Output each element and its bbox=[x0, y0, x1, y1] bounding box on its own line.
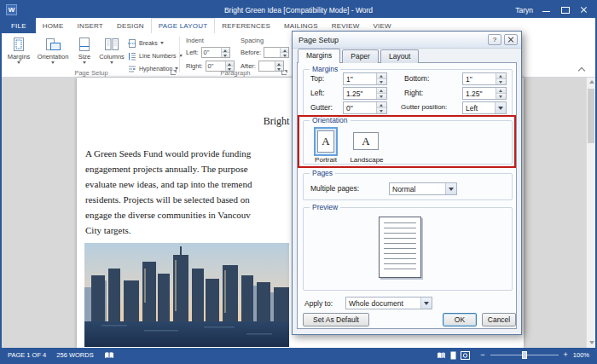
dialog-close-button[interactable] bbox=[504, 34, 518, 45]
maximize-icon[interactable] bbox=[559, 5, 571, 14]
size-icon bbox=[77, 37, 92, 52]
top-margin-value: 1" bbox=[346, 75, 353, 84]
left-margin-value: 1.25" bbox=[346, 90, 363, 98]
view-switcher bbox=[437, 351, 470, 360]
zoom-slider[interactable] bbox=[490, 355, 559, 355]
spinner-icon[interactable] bbox=[496, 88, 506, 99]
spinner-icon[interactable] bbox=[280, 48, 288, 57]
dropdown-arrow-icon[interactable] bbox=[420, 298, 432, 309]
orientation-button[interactable]: Orientation bbox=[34, 35, 72, 72]
pages-group-label: Pages bbox=[310, 169, 335, 177]
tab-insert[interactable]: INSERT bbox=[71, 18, 110, 33]
multiple-pages-dropdown[interactable]: Normal bbox=[389, 182, 457, 195]
indent-left-input[interactable]: 0" bbox=[201, 47, 230, 58]
web-layout-icon[interactable] bbox=[461, 351, 470, 360]
help-icon[interactable]: ? bbox=[488, 34, 501, 45]
spinner-icon[interactable] bbox=[376, 102, 386, 113]
spacing-heading: Spacing bbox=[241, 37, 264, 44]
paragraph-group: Indent Spacing Left: 0" Right: 0" Before… bbox=[181, 33, 290, 78]
portrait-option[interactable]: A bbox=[314, 127, 338, 156]
dialog-tab-paper[interactable]: Paper bbox=[342, 49, 379, 63]
size-button[interactable]: Size bbox=[73, 35, 96, 72]
tab-page-layout[interactable]: PAGE LAYOUT bbox=[151, 18, 215, 33]
zoom-slider-thumb[interactable] bbox=[522, 351, 527, 359]
indent-heading: Indent bbox=[186, 37, 204, 44]
window-title: Bright Green Idea [Compatibility Mode] -… bbox=[2, 6, 595, 14]
scroll-down-icon[interactable] bbox=[587, 338, 595, 348]
landscape-option[interactable]: A bbox=[353, 132, 379, 150]
columns-button[interactable]: Columns bbox=[97, 35, 126, 72]
preview-page-thumbnail bbox=[379, 217, 421, 278]
left-margin-input[interactable]: 1.25" bbox=[343, 87, 387, 100]
minimize-icon[interactable] bbox=[541, 5, 552, 14]
body-line: engagement projects annually. The purpos… bbox=[85, 161, 252, 176]
zoom-in-button[interactable]: + bbox=[564, 351, 568, 359]
collapse-ribbon-icon[interactable] bbox=[578, 66, 585, 72]
right-margin-value: 1.25" bbox=[466, 90, 483, 98]
margins-group: Margins Top: 1" Bottom: 1" Left: 1.25" R… bbox=[303, 69, 513, 116]
top-margin-input[interactable]: 1" bbox=[343, 72, 387, 85]
multiple-pages-value: Normal bbox=[392, 185, 415, 194]
spinner-icon[interactable] bbox=[376, 88, 386, 99]
body-line: City targets. bbox=[85, 222, 252, 238]
line-numbers-button[interactable]: Line Numbers bbox=[128, 50, 183, 61]
dropdown-arrow-icon[interactable] bbox=[445, 183, 456, 194]
scroll-up-icon[interactable] bbox=[587, 78, 595, 87]
breaks-button[interactable]: Breaks bbox=[128, 38, 164, 49]
orientation-label: Orientation bbox=[38, 53, 69, 61]
dialog-launcher-icon[interactable] bbox=[171, 69, 177, 76]
close-icon[interactable] bbox=[578, 5, 589, 14]
columns-label: Columns bbox=[99, 53, 125, 61]
tab-home[interactable]: HOME bbox=[36, 18, 71, 33]
body-line: evaluate new ideas, and tap into the tre… bbox=[85, 176, 252, 192]
right-margin-input[interactable]: 1.25" bbox=[462, 87, 507, 100]
proofing-icon[interactable] bbox=[104, 351, 114, 360]
chevron-down-icon bbox=[83, 61, 86, 64]
chevron-down-icon bbox=[51, 61, 55, 64]
ok-button[interactable]: OK bbox=[443, 313, 477, 326]
margins-icon bbox=[11, 37, 26, 52]
gutter-position-label: Gutter position: bbox=[401, 103, 447, 111]
preview-group: Preview bbox=[303, 207, 513, 291]
preview-text-lines bbox=[384, 222, 416, 272]
vertical-scrollbar[interactable] bbox=[586, 78, 595, 348]
dialog-tab-margins[interactable]: Margins bbox=[298, 49, 340, 63]
breaks-icon bbox=[128, 39, 136, 48]
word-count[interactable]: 256 WORDS bbox=[56, 351, 93, 359]
dialog-title: Page Setup bbox=[298, 36, 339, 44]
dialog-title-bar[interactable]: Page Setup ? bbox=[293, 32, 521, 49]
body-line: A Green Seeds Fund would provide funding bbox=[85, 146, 252, 161]
page-indicator[interactable]: PAGE 1 OF 4 bbox=[8, 351, 46, 359]
gutter-input[interactable]: 0" bbox=[343, 101, 387, 114]
margins-button[interactable]: Margins bbox=[5, 35, 32, 72]
breaks-label: Breaks bbox=[139, 40, 158, 46]
read-mode-icon[interactable] bbox=[437, 351, 446, 360]
tab-file[interactable]: FILE bbox=[2, 18, 36, 33]
zoom-out-button[interactable]: − bbox=[480, 351, 484, 359]
orientation-icon bbox=[45, 37, 61, 52]
apply-to-dropdown[interactable]: Whole document bbox=[345, 297, 432, 309]
tab-references[interactable]: REFERENCES bbox=[215, 18, 277, 33]
left-margin-label: Left: bbox=[310, 89, 325, 97]
scrollbar-thumb[interactable] bbox=[588, 89, 594, 143]
user-name[interactable]: Taryn bbox=[515, 6, 533, 14]
apply-to-label: Apply to: bbox=[304, 299, 333, 308]
indent-left-value: 0" bbox=[204, 49, 210, 56]
cancel-button[interactable]: Cancel bbox=[482, 313, 516, 326]
spinner-icon[interactable] bbox=[221, 48, 229, 57]
bottom-margin-input[interactable]: 1" bbox=[462, 72, 507, 85]
columns-icon bbox=[104, 37, 119, 52]
dialog-tab-layout[interactable]: Layout bbox=[380, 49, 420, 63]
print-layout-icon[interactable] bbox=[449, 351, 457, 360]
zoom-level[interactable]: 100% bbox=[573, 351, 589, 359]
spacing-before-input[interactable] bbox=[264, 47, 289, 58]
gutter-position-dropdown[interactable]: Left bbox=[462, 101, 507, 114]
tab-design[interactable]: DESIGN bbox=[110, 18, 151, 33]
paragraph-group-label: Paragraph bbox=[181, 69, 290, 77]
spinner-icon[interactable] bbox=[496, 73, 506, 84]
status-bar: PAGE 1 OF 4 256 WORDS − + 100% bbox=[2, 348, 595, 362]
set-as-default-button[interactable]: Set As Default bbox=[303, 313, 369, 326]
dropdown-arrow-icon[interactable] bbox=[495, 102, 506, 113]
dialog-launcher-icon[interactable] bbox=[281, 69, 288, 76]
spinner-icon[interactable] bbox=[376, 73, 386, 84]
